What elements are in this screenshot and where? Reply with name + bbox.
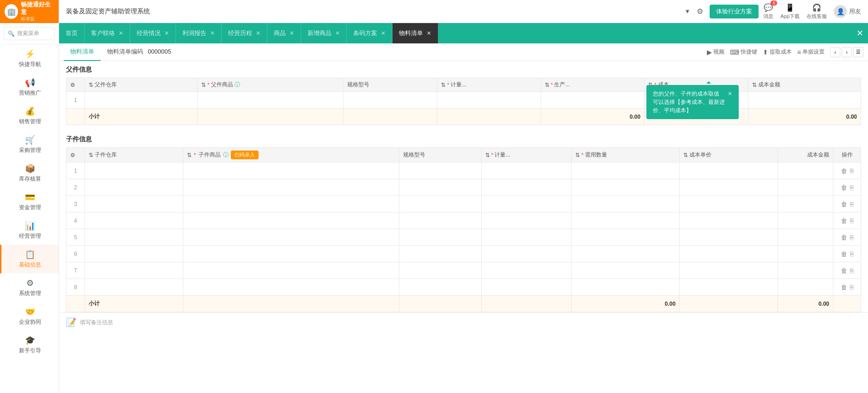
child-row-4-unit[interactable]	[481, 212, 572, 229]
child-row-1-delete-btn[interactable]: 🗑	[841, 167, 847, 175]
child-row-5-warehouse[interactable]	[85, 229, 183, 246]
child-row-4-spec[interactable]	[399, 212, 481, 229]
child-row-5-unit[interactable]	[481, 229, 572, 246]
parent-th-gear[interactable]: ⚙	[66, 78, 85, 92]
child-row-6-unit[interactable]	[481, 246, 572, 262]
child-row-2-goods[interactable]	[183, 179, 399, 196]
child-row-4-copy-btn[interactable]: ⎘	[850, 217, 854, 224]
child-row-7-unit-cost[interactable]	[680, 262, 778, 279]
child-row-1-copy-btn[interactable]: ⎘	[850, 167, 854, 175]
child-row-5-delete-btn[interactable]: 🗑	[841, 234, 847, 241]
trial-button[interactable]: 体验行业方案	[710, 5, 759, 18]
tab-operation[interactable]: 经营情况 ✕	[130, 23, 176, 43]
topbar-gear-icon[interactable]: ⚙	[695, 5, 705, 18]
child-row-1-warehouse[interactable]	[85, 163, 183, 179]
child-row-2-unit-cost[interactable]	[680, 179, 778, 196]
child-row-3-qty[interactable]	[572, 196, 680, 212]
child-row-8-spec[interactable]	[399, 279, 481, 296]
child-row-3-delete-btn[interactable]: 🗑	[841, 200, 847, 208]
more-options-btn[interactable]: ☰	[853, 47, 863, 57]
prev-page-btn[interactable]: ‹	[830, 47, 840, 57]
child-row-8-qty[interactable]	[572, 279, 680, 296]
child-row-4-warehouse[interactable]	[85, 212, 183, 229]
child-row-7-goods[interactable]	[183, 262, 399, 279]
child-row-6-unit-cost[interactable]	[680, 246, 778, 262]
child-th-gear[interactable]: ⚙	[66, 148, 85, 163]
tab-bom-close[interactable]: ✕	[427, 30, 431, 36]
sidebar-item-quick-nav[interactable]: ⚡ 快捷导航	[0, 44, 59, 73]
child-row-6-warehouse[interactable]	[85, 246, 183, 262]
parent-row-1-produce[interactable]	[541, 92, 645, 109]
tab-customer-close[interactable]: ✕	[119, 30, 123, 36]
child-row-7-warehouse[interactable]	[85, 262, 183, 279]
child-row-4-delete-btn[interactable]: 🗑	[841, 217, 847, 224]
close-all-tabs[interactable]: ✕	[852, 23, 868, 43]
child-row-5-cost-amount[interactable]	[778, 229, 833, 246]
child-row-6-cost-amount[interactable]	[778, 246, 833, 262]
tab-customer[interactable]: 客户联络 ✕	[84, 23, 130, 43]
sidebar-item-system[interactable]: ⚙ 系统管理	[0, 273, 59, 302]
tab-profit-close[interactable]: ✕	[210, 30, 215, 36]
sidebar-item-sales[interactable]: 💰 销售管理	[0, 102, 59, 130]
sidebar-item-guide[interactable]: 🎓 新手引导	[0, 331, 59, 359]
tab-operation-close[interactable]: ✕	[164, 30, 169, 36]
tooltip-close-btn[interactable]: ✕	[728, 90, 732, 98]
tab-home[interactable]: 首页	[59, 23, 84, 43]
child-row-7-qty[interactable]	[572, 262, 680, 279]
child-row-2-qty[interactable]	[572, 179, 680, 196]
search-menu-button[interactable]: 🔍 搜索菜单	[4, 27, 55, 40]
child-row-1-cost-amount[interactable]	[778, 163, 833, 179]
child-row-3-cost-amount[interactable]	[778, 196, 833, 212]
child-row-6-copy-btn[interactable]: ⎘	[850, 250, 854, 258]
child-row-1-spec[interactable]	[399, 163, 481, 179]
user-menu[interactable]: 👤 用友	[834, 5, 861, 18]
child-row-8-delete-btn[interactable]: 🗑	[841, 284, 847, 291]
tab-history-close[interactable]: ✕	[256, 30, 260, 36]
tab-new-goods-close[interactable]: ✕	[335, 30, 340, 36]
child-row-8-unit-cost[interactable]	[680, 279, 778, 296]
tab-barcode-close[interactable]: ✕	[381, 30, 386, 36]
child-row-7-spec[interactable]	[399, 262, 481, 279]
child-row-2-cost-amount[interactable]	[778, 179, 833, 196]
sidebar-item-stock[interactable]: 📦 库存核算	[0, 159, 59, 187]
child-row-2-spec[interactable]	[399, 179, 481, 196]
child-row-1-unit-cost[interactable]	[680, 163, 778, 179]
child-row-4-qty[interactable]	[572, 212, 680, 229]
page-tab-bom-list[interactable]: 物料清单	[64, 43, 101, 61]
child-row-8-copy-btn[interactable]: ⎘	[850, 284, 854, 291]
child-row-7-copy-btn[interactable]: ⎘	[850, 267, 854, 274]
tab-barcode[interactable]: 条码方案 ✕	[347, 23, 392, 43]
child-row-4-unit-cost[interactable]	[680, 212, 778, 229]
parent-row-1-spec[interactable]	[343, 92, 437, 109]
shortcut-action[interactable]: ⌨ 快捷键	[730, 48, 757, 56]
child-row-7-unit[interactable]	[481, 262, 572, 279]
view-video-action[interactable]: ▶ 视频	[707, 48, 724, 56]
child-row-3-copy-btn[interactable]: ⎘	[850, 200, 854, 208]
child-row-2-copy-btn[interactable]: ⎘	[850, 184, 854, 191]
parent-row-1-warehouse[interactable]	[85, 92, 198, 109]
child-row-3-warehouse[interactable]	[85, 196, 183, 212]
child-row-7-delete-btn[interactable]: 🗑	[841, 267, 847, 274]
child-row-3-spec[interactable]	[399, 196, 481, 212]
tab-goods-close[interactable]: ✕	[289, 30, 294, 36]
child-row-4-goods[interactable]	[183, 212, 399, 229]
scan-input-btn[interactable]: 扫码录入	[231, 151, 259, 159]
app-download-button[interactable]: 📱 App下载	[780, 3, 800, 20]
child-row-2-warehouse[interactable]	[85, 179, 183, 196]
sidebar-item-enterprise[interactable]: 🤝 企业协同	[0, 302, 59, 331]
tab-bom[interactable]: 物料清单 ✕	[392, 23, 438, 43]
child-row-3-unit-cost[interactable]	[680, 196, 778, 212]
child-row-3-unit[interactable]	[481, 196, 572, 212]
child-row-5-spec[interactable]	[399, 229, 481, 246]
next-page-btn[interactable]: ›	[842, 47, 852, 57]
tab-history[interactable]: 经营历程 ✕	[222, 23, 267, 43]
child-row-5-qty[interactable]	[572, 229, 680, 246]
parent-row-1-goods[interactable]	[198, 92, 343, 109]
child-row-3-goods[interactable]	[183, 196, 399, 212]
child-row-1-qty[interactable]	[572, 163, 680, 179]
child-row-6-spec[interactable]	[399, 246, 481, 262]
tab-new-goods[interactable]: 新增商品 ✕	[301, 23, 347, 43]
child-row-8-goods[interactable]	[183, 279, 399, 296]
parent-row-1-cost-amount[interactable]	[748, 92, 861, 109]
online-service-button[interactable]: 🎧 在线客服	[807, 3, 827, 20]
